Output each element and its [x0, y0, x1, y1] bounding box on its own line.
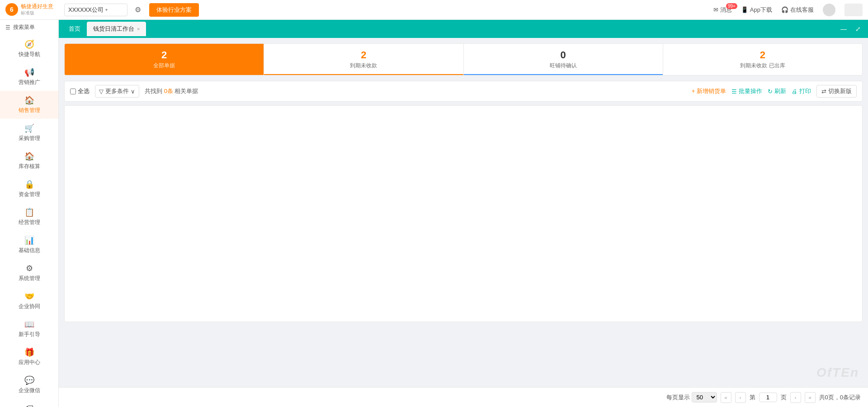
- sidebar-item-cooperation[interactable]: 🤝 企业协同: [0, 287, 58, 315]
- card-overdue-label: 到期未收款: [271, 62, 456, 70]
- sidebar-item-wechat[interactable]: 💬 企业微信: [0, 371, 58, 399]
- refresh-icon: ↻: [768, 88, 773, 95]
- table-area: [64, 105, 863, 322]
- sidebar-label-purchase: 采购管理: [19, 135, 40, 142]
- toolbar-left: 全选 ▽ 更多条件 ∨ 共找到 0条 相关单据: [70, 85, 198, 98]
- sidebar-label-wechat: 企业微信: [19, 387, 40, 394]
- app-download-button[interactable]: 📱 App下载: [741, 6, 772, 14]
- tab-controls: — ⤢: [837, 23, 864, 35]
- sidebar-label-quick-nav: 快捷导航: [19, 51, 40, 58]
- sidebar-item-quick-nav[interactable]: 🧭 快捷导航: [0, 35, 58, 63]
- switch-icon: ⇄: [821, 88, 826, 95]
- card-shipped-count: 2: [670, 49, 855, 61]
- search-menu-button[interactable]: ☰ 搜索菜单: [0, 20, 58, 35]
- card-overdue-count: 2: [271, 49, 456, 61]
- sidebar-item-member[interactable]: 🏷 畅会员: [0, 399, 58, 407]
- prev-page-button[interactable]: ‹: [735, 392, 746, 403]
- tab-minimize-button[interactable]: —: [837, 23, 850, 35]
- card-pending-count: 0: [471, 49, 656, 61]
- online-service-label: 在线客服: [790, 6, 814, 14]
- logo-text-area: 畅捷通好生意 标准版: [21, 3, 53, 16]
- service-icon: 🎧: [781, 6, 788, 13]
- app-download-label: App下载: [750, 6, 772, 14]
- filter-chevron-icon: ∨: [131, 88, 135, 95]
- found-suffix: 相关单据: [175, 88, 198, 94]
- online-service-button[interactable]: 🎧 在线客服: [781, 6, 814, 14]
- sidebar: ☰ 搜索菜单 🧭 快捷导航 📢 营销推广 🏠 销售管理 🛒 采购管理 🏠 库存核…: [0, 20, 59, 407]
- tab-work-station[interactable]: 钱货日清工作台 ×: [87, 22, 146, 36]
- switch-version-button[interactable]: ⇄ 切换新版: [816, 85, 857, 98]
- sidebar-item-guide[interactable]: 📖 新手引导: [0, 315, 58, 343]
- logo-text: 畅捷通好生意: [21, 3, 53, 9]
- page-input[interactable]: [759, 393, 777, 402]
- sidebar-item-marketing[interactable]: 📢 营销推广: [0, 63, 58, 91]
- sidebar-label-cooperation: 企业协同: [19, 303, 40, 310]
- summary-cards: 2 全部单据 2 到期未收款 0 旺铺待确认 2 到期未收款 已出库: [64, 43, 863, 75]
- user-name[interactable]: [844, 4, 863, 16]
- search-icon: ☰: [5, 24, 10, 31]
- found-prefix: 共找到: [145, 88, 162, 94]
- tab-close-icon[interactable]: ×: [137, 26, 140, 32]
- sidebar-label-guide: 新手引导: [19, 331, 40, 338]
- system-icon: ⚙: [26, 263, 33, 273]
- sidebar-item-apps[interactable]: 🎁 应用中心: [0, 343, 58, 371]
- sidebar-label-inventory: 库存核算: [19, 163, 40, 170]
- sidebar-label-operations: 经营管理: [19, 219, 40, 226]
- tab-maximize-button[interactable]: ⤢: [852, 23, 864, 35]
- page-size-select[interactable]: 50 20 100: [692, 392, 717, 402]
- wechat-icon: 💬: [24, 375, 34, 385]
- print-label: 打印: [799, 87, 811, 95]
- print-button[interactable]: 🖨 打印: [792, 87, 811, 95]
- summary-card-overdue[interactable]: 2 到期未收款: [264, 44, 463, 75]
- tab-home-label: 首页: [69, 25, 80, 33]
- message-button[interactable]: ✉ 消息 99+: [713, 6, 732, 14]
- operations-icon: 📋: [24, 207, 34, 217]
- batch-icon: ☰: [731, 88, 737, 95]
- inventory-icon: 🏠: [24, 151, 34, 161]
- next-page-button[interactable]: ›: [790, 392, 801, 403]
- purchase-icon: 🛒: [24, 123, 34, 133]
- cooperation-icon: 🤝: [24, 291, 34, 301]
- top-header: 6 畅捷通好生意 标准版 XXXXXX公司 ▾ ⚙ 体验行业方案 ✉ 消息 99…: [0, 0, 868, 20]
- company-selector[interactable]: XXXXXX公司 ▾: [64, 4, 127, 16]
- found-info: 共找到 0条 相关单据: [145, 87, 198, 95]
- sidebar-item-finance[interactable]: 🔒 资金管理: [0, 175, 58, 203]
- filter-label: 更多条件: [105, 87, 129, 95]
- page-label: 第: [750, 393, 755, 402]
- settings-button[interactable]: ⚙: [131, 3, 145, 17]
- logo-icon: 6: [5, 3, 18, 16]
- tab-home[interactable]: 首页: [62, 22, 87, 36]
- summary-card-all[interactable]: 2 全部单据: [65, 44, 264, 75]
- summary-card-shipped[interactable]: 2 到期未收款 已出库: [663, 44, 862, 75]
- user-avatar[interactable]: [823, 4, 835, 16]
- filter-button[interactable]: ▽ 更多条件 ∨: [95, 85, 139, 98]
- last-page-button[interactable]: »: [805, 392, 816, 403]
- sidebar-label-finance: 资金管理: [19, 191, 40, 198]
- select-all-checkbox[interactable]: 全选: [70, 87, 90, 95]
- finance-icon: 🔒: [24, 179, 34, 189]
- sidebar-item-operations[interactable]: 📋 经营管理: [0, 203, 58, 231]
- first-page-button[interactable]: «: [721, 392, 731, 403]
- member-icon: 🏷: [25, 403, 33, 407]
- sidebar-item-system[interactable]: ⚙ 系统管理: [0, 259, 58, 287]
- sidebar-item-inventory[interactable]: 🏠 库存核算: [0, 147, 58, 175]
- sidebar-label-sales: 销售管理: [19, 107, 40, 114]
- batch-button[interactable]: ☰ 批量操作: [731, 87, 762, 95]
- refresh-button[interactable]: ↻ 刷新: [768, 87, 786, 95]
- sidebar-item-sales[interactable]: 🏠 销售管理: [0, 91, 58, 119]
- add-sale-button[interactable]: + 新增销货单: [692, 87, 726, 95]
- summary-card-pending[interactable]: 0 旺铺待确认: [464, 44, 663, 75]
- select-all-input[interactable]: [70, 89, 76, 94]
- basic-info-icon: 📊: [24, 235, 34, 245]
- print-icon: 🖨: [792, 88, 797, 95]
- sidebar-item-basic-info[interactable]: 📊 基础信息: [0, 231, 58, 259]
- page-unit: 页: [781, 393, 787, 402]
- logo-tag: 标准版: [21, 10, 53, 16]
- chevron-down-icon: ▾: [105, 7, 108, 12]
- found-count: 0条: [164, 88, 173, 94]
- experience-button[interactable]: 体验行业方案: [149, 3, 199, 17]
- search-menu-label: 搜索菜单: [13, 23, 35, 31]
- card-all-label: 全部单据: [72, 62, 256, 70]
- sidebar-item-purchase[interactable]: 🛒 采购管理: [0, 119, 58, 147]
- tabs-bar: 首页 钱货日清工作台 × — ⤢: [59, 20, 868, 38]
